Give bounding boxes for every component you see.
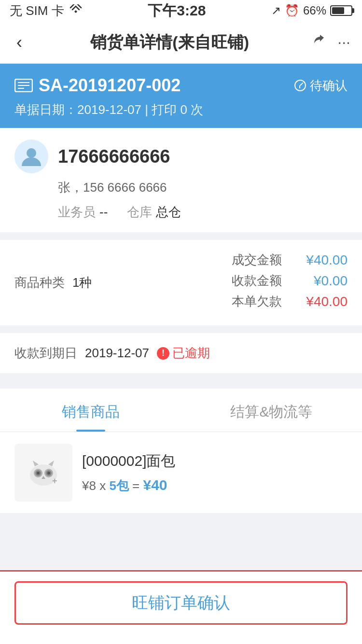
product-category: 商品种类 1种: [14, 274, 92, 291]
product-info: [0000002]面包 ¥8 x 5包 = ¥40: [82, 451, 348, 494]
product-image: +: [24, 456, 63, 490]
warehouse-item: 仓库 总仓: [127, 204, 181, 221]
deal-label: 成交金额: [232, 252, 282, 268]
warehouse-value: 总仓: [156, 204, 181, 221]
product-thumbnail: +: [14, 444, 72, 502]
svg-point-4: [27, 148, 36, 158]
share-icon[interactable]: [312, 33, 328, 52]
divider-2: [0, 325, 362, 333]
deal-value: ¥40.00: [290, 252, 348, 268]
location-icon: ↗: [271, 4, 281, 17]
due-row: 收款到期日 2019-12-07 ! 已逾期: [14, 345, 348, 362]
summary-card: 商品种类 1种 成交金额 ¥40.00 收款金额 ¥0.00 本单欠款 ¥40.…: [0, 240, 362, 325]
salesperson-item: 业务员 --: [58, 204, 108, 221]
product-name: [0000002]面包: [82, 451, 348, 471]
payment-value: ¥0.00: [290, 273, 348, 289]
due-date-label: 收款到期日: [14, 345, 77, 362]
product-item: + [0000002]面包 ¥8 x 5包 = ¥40: [0, 432, 362, 514]
due-date-value: 2019-12-07: [85, 346, 149, 361]
salesperson-value: --: [99, 205, 108, 220]
total-price: ¥40: [143, 477, 167, 493]
order-id: SA-20191207-002: [39, 75, 181, 96]
order-doc-icon: [14, 79, 33, 92]
payment-label: 收款金额: [232, 272, 282, 289]
overdue-badge: ! 已逾期: [157, 345, 210, 362]
category-value: 1种: [72, 274, 92, 291]
tabs-row: 销售商品 结算&物流等: [0, 389, 362, 432]
customer-phone: 17666666666: [58, 146, 170, 167]
overdue-text: 已逾期: [172, 345, 210, 362]
balance-value: ¥40.00: [290, 294, 348, 309]
balance-amount-row: 本单欠款 ¥40.00: [232, 293, 348, 310]
nav-actions: ···: [312, 33, 350, 52]
balance-label: 本单欠款: [232, 293, 282, 310]
due-card: 收款到期日 2019-12-07 ! 已逾期: [0, 333, 362, 373]
warehouse-label: 仓库: [127, 204, 152, 221]
order-header: SA-20191207-002 待确认 单据日期：2019-12-07 | 打印…: [0, 64, 362, 128]
clock-icon: [294, 80, 306, 91]
tab-settlement-logistics[interactable]: 结算&物流等: [181, 389, 362, 432]
avatar: [14, 140, 48, 173]
wifi-icon: [69, 3, 83, 18]
payment-amount-row: 收款金额 ¥0.00: [232, 272, 348, 289]
svg-point-11: [47, 472, 50, 475]
tabs-container: 销售商品 结算&物流等: [0, 389, 362, 514]
equals-sign: =: [129, 478, 143, 493]
order-date: 单据日期：2019-12-07 | 打印 0 次: [14, 101, 348, 118]
more-icon[interactable]: ···: [337, 33, 350, 51]
customer-name: 张，156 6666 6666: [58, 179, 348, 196]
salesperson-label: 业务员: [58, 204, 96, 221]
nav-bar: ‹ 销货单详情(来自旺铺) ···: [0, 21, 362, 64]
tab-sales-products[interactable]: 销售商品: [0, 389, 181, 432]
svg-point-8: [37, 472, 40, 475]
price-formula: ¥8 x: [82, 478, 109, 493]
avatar-icon: [19, 144, 43, 168]
bottom-area: 旺铺订单确认: [0, 570, 362, 644]
status-time: 下午3:28: [148, 1, 206, 21]
svg-text:+: +: [52, 476, 57, 486]
customer-meta: 业务员 -- 仓库 总仓: [58, 204, 348, 221]
quantity: 5包: [109, 478, 128, 493]
customer-card: 17666666666 张，156 6666 6666 业务员 -- 仓库 总仓: [0, 128, 362, 232]
customer-phone-row: 17666666666: [14, 140, 348, 173]
battery-icon: [330, 5, 352, 16]
deal-amount-row: 成交金额 ¥40.00: [232, 252, 348, 268]
amounts-block: 成交金额 ¥40.00 收款金额 ¥0.00 本单欠款 ¥40.00: [232, 252, 348, 314]
status-bar: 无 SIM 卡 下午3:28 ↗ ⏰ 66%: [0, 0, 362, 21]
product-list: + [0000002]面包 ¥8 x 5包 = ¥40: [0, 432, 362, 514]
status-left: 无 SIM 卡: [10, 2, 83, 19]
summary-main-row: 商品种类 1种 成交金额 ¥40.00 收款金额 ¥0.00 本单欠款 ¥40.…: [14, 252, 348, 314]
order-number-row: SA-20191207-002: [14, 75, 181, 96]
order-status: 待确认: [294, 77, 348, 94]
status-right: ↗ ⏰ 66%: [271, 4, 352, 17]
product-price: ¥8 x 5包 = ¥40: [82, 477, 348, 494]
confirm-order-button[interactable]: 旺铺订单确认: [14, 581, 348, 625]
status-text: 待确认: [310, 77, 348, 94]
category-label: 商品种类: [14, 274, 65, 291]
alarm-icon: ⏰: [285, 4, 299, 17]
overdue-icon: !: [157, 347, 169, 360]
divider-3: [0, 373, 362, 381]
back-button[interactable]: ‹: [12, 28, 27, 57]
battery-text: 66%: [303, 4, 326, 17]
page-title: 销货单详情(来自旺铺): [90, 31, 249, 54]
carrier-text: 无 SIM 卡: [10, 2, 64, 19]
divider-1: [0, 232, 362, 240]
